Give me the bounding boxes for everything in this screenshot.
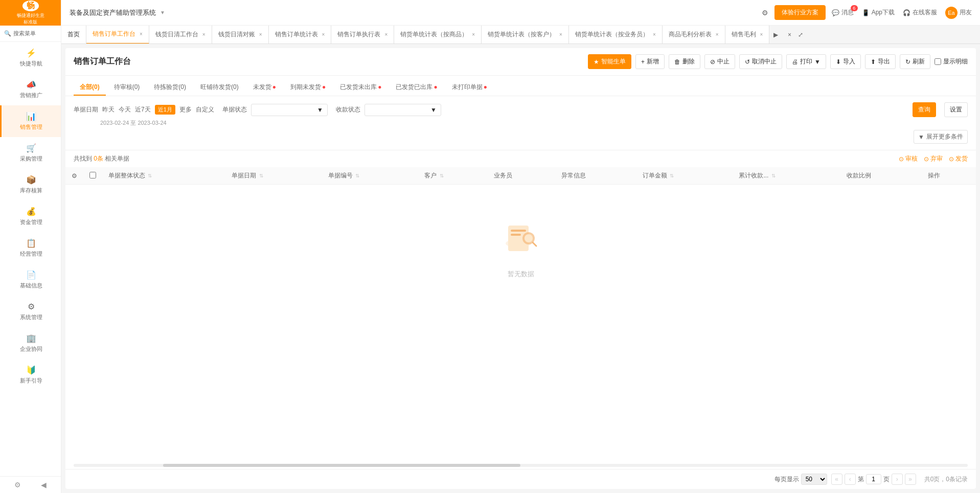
tab-sales-more[interactable]: 销售毛利 × <box>725 26 770 44</box>
print-button[interactable]: 🖨 打印 ▼ <box>786 54 826 69</box>
tab-sales-exec-close[interactable]: × <box>384 32 388 37</box>
sort-number-icon[interactable]: ⇅ <box>355 173 359 178</box>
sidebar-settings-icon[interactable]: ⚙ <box>14 481 21 489</box>
tab-cash-daily[interactable]: 钱货日清工作台 × <box>149 26 212 44</box>
page-input[interactable] <box>866 474 881 484</box>
add-button[interactable]: + 新增 <box>635 54 665 69</box>
delete-button[interactable]: 🗑 删除 <box>669 54 700 69</box>
export-button[interactable]: ⬆ 导出 <box>865 54 896 69</box>
tab-product-margin[interactable]: 商品毛利分析表 × <box>663 26 725 44</box>
ship-action[interactable]: ⊙ 发货 <box>949 154 968 163</box>
tab-product-margin-close[interactable]: × <box>716 32 719 37</box>
sort-amount-icon[interactable]: ⇅ <box>670 173 674 178</box>
tab-sales-summary-staff[interactable]: 销货单统计表（按业务员） × <box>569 26 663 44</box>
sidebar-item-purchase[interactable]: 🛒 采购管理 <box>0 137 61 169</box>
tab-sales-summary-product[interactable]: 销货单统计表（按商品） × <box>394 26 482 44</box>
filter-settings-button[interactable]: 设置 <box>944 102 968 117</box>
sidebar-item-enterprise[interactable]: 🏢 企业协同 <box>0 327 61 359</box>
show-detail-input[interactable] <box>935 58 941 65</box>
sidebar-collapse-icon[interactable]: ◀ <box>41 481 47 489</box>
sub-tab-all[interactable]: 全部(0) <box>74 80 106 96</box>
first-page-btn[interactable]: « <box>831 474 842 485</box>
app-download-item[interactable]: 📱 App下载 <box>862 8 895 17</box>
search-menu[interactable]: 🔍 搜索菜单 <box>0 26 61 42</box>
tab-sales-summary-product-close[interactable]: × <box>472 32 475 37</box>
sidebar-item-operations[interactable]: 📋 经营管理 <box>0 232 61 264</box>
sub-tab-shipped-not-out-label: 已发货未出库● <box>340 83 381 91</box>
sort-date-icon[interactable]: ⇅ <box>259 173 263 178</box>
tab-sales-stats[interactable]: 销售订单统计表 × <box>269 26 332 44</box>
per-page-select[interactable]: 50 10 20 100 <box>801 474 827 485</box>
date-option-today[interactable]: 今天 <box>119 105 131 114</box>
payment-select[interactable]: ▼ <box>364 104 441 116</box>
sidebar-item-quick-nav[interactable]: ⚡ 快捷导航 <box>0 42 61 74</box>
system-dropdown-icon[interactable]: ▼ <box>160 10 165 15</box>
sort-status-icon[interactable]: ⇅ <box>148 173 152 178</box>
pagination: 每页显示 50 10 20 100 « ‹ 第 <box>65 469 976 489</box>
user-item[interactable]: Ea 用友 <box>945 7 972 19</box>
tab-cash-reconcile[interactable]: 钱货日清对账 × <box>212 26 269 44</box>
prev-page-btn[interactable]: ‹ <box>845 474 856 485</box>
sub-tab-wangpu-pending[interactable]: 旺铺待发货(0) <box>194 80 245 96</box>
tab-sales-more-close[interactable]: × <box>760 32 763 37</box>
sub-tab-shipped-not-out[interactable]: 已发货未出库● <box>334 80 388 96</box>
last-page-btn[interactable]: » <box>905 474 916 485</box>
message-item[interactable]: 💬 6 消息 <box>832 8 854 17</box>
smart-generate-button[interactable]: ★ 智能生单 <box>588 54 631 69</box>
cancel-stop-icon: ↺ <box>745 58 750 65</box>
tab-sales-summary-customer[interactable]: 销货单统计表（按客户） × <box>482 26 569 44</box>
import-button[interactable]: ⬇ 导入 <box>830 54 861 69</box>
date-option-7days[interactable]: 近7天 <box>135 105 151 114</box>
stop-button[interactable]: ⊘ 中止 <box>704 54 735 69</box>
service-item[interactable]: 🎧 在线客服 <box>903 8 937 17</box>
header-settings-icon[interactable]: ⚙ <box>762 9 768 17</box>
experience-button[interactable]: 体验行业方案 <box>774 5 826 20</box>
sub-tab-not-printed[interactable]: 未打印单据● <box>446 80 493 96</box>
col-staff: 业务员 <box>488 167 555 185</box>
expand-filter-button[interactable]: ▼ 展开更多条件 <box>914 130 968 144</box>
col-settings[interactable]: ⚙ <box>65 167 83 185</box>
date-option-1month[interactable]: 近1月 <box>155 105 175 115</box>
cancel-review-action[interactable]: ⊙ 弃审 <box>924 154 943 163</box>
tab-cash-reconcile-close[interactable]: × <box>259 32 262 37</box>
date-option-yesterday[interactable]: 昨天 <box>102 105 115 114</box>
tab-sales-workbench[interactable]: 销售订单工作台 × <box>86 26 149 44</box>
tab-sales-exec[interactable]: 销售订单执行表 × <box>331 26 394 44</box>
sidebar-item-marketing[interactable]: 📣 营销推广 <box>0 74 61 105</box>
tab-sales-stats-close[interactable]: × <box>322 32 325 37</box>
sidebar-item-guide[interactable]: 🔰 新手引导 <box>0 359 61 391</box>
tab-action-prev[interactable]: × <box>784 30 794 40</box>
sub-tab-shipped-out[interactable]: 已发货已出库● <box>390 80 443 96</box>
sort-customer-icon[interactable]: ⇅ <box>440 173 444 178</box>
sidebar-item-finance[interactable]: 💰 资金管理 <box>0 200 61 232</box>
sub-tab-overdue[interactable]: 到期未发货● <box>284 80 332 96</box>
sidebar-item-sales[interactable]: 📊 销售管理 <box>0 105 61 137</box>
refresh-button[interactable]: ↻ 刷新 <box>900 54 930 69</box>
tab-action-maximize[interactable]: ⤢ <box>795 30 806 40</box>
sub-tab-not-shipped[interactable]: 未发货● <box>247 80 282 96</box>
sub-tab-pending-review[interactable]: 待审核(0) <box>108 80 146 96</box>
tab-sales-workbench-close[interactable]: × <box>140 31 143 37</box>
date-option-more[interactable]: 更多 <box>179 105 192 114</box>
tab-more-button[interactable]: ▶ <box>769 31 782 38</box>
tab-sales-summary-customer-close[interactable]: × <box>559 32 562 37</box>
sort-received-icon[interactable]: ⇅ <box>771 173 776 178</box>
review-action[interactable]: ⊙ 审核 <box>899 154 918 163</box>
horizontal-scrollbar[interactable] <box>65 464 976 469</box>
sidebar-item-inventory[interactable]: 📦 库存核算 <box>0 169 61 200</box>
tab-sales-summary-staff-close[interactable]: × <box>653 32 656 37</box>
sidebar-item-system[interactable]: ⚙ 系统管理 <box>0 296 61 327</box>
col-checkbox[interactable] <box>83 167 102 185</box>
sidebar-item-basic-info[interactable]: 📄 基础信息 <box>0 264 61 296</box>
select-all-checkbox[interactable] <box>89 172 96 178</box>
query-button[interactable]: 查询 <box>913 102 936 117</box>
tab-cash-daily-close[interactable]: × <box>202 32 206 37</box>
scroll-thumb[interactable] <box>163 464 521 467</box>
sub-tab-pending-inspect[interactable]: 待拣验货(0) <box>148 80 192 96</box>
date-option-custom[interactable]: 自定义 <box>196 105 214 114</box>
show-detail-checkbox[interactable]: 显示明细 <box>935 57 968 66</box>
status-select[interactable]: ▼ <box>251 104 328 116</box>
tab-home[interactable]: 首页 <box>61 26 86 44</box>
next-page-btn[interactable]: › <box>892 474 903 485</box>
cancel-stop-button[interactable]: ↺ 取消中止 <box>739 54 782 69</box>
